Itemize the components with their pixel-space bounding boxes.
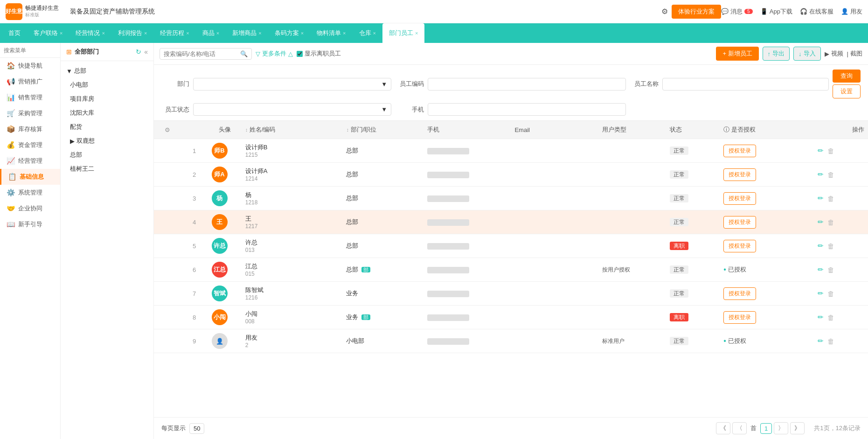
empname-filter-input[interactable]: [662, 78, 829, 91]
auth-login-button[interactable]: 授权登录: [723, 216, 756, 229]
edit-icon[interactable]: ✏: [818, 265, 824, 274]
delete-icon[interactable]: 🗑: [827, 218, 834, 226]
auth-login-button[interactable]: 授权登录: [723, 240, 756, 252]
delete-icon[interactable]: 🗑: [827, 266, 834, 274]
close-icon[interactable]: ×: [186, 30, 189, 36]
auth-login-button[interactable]: 授权登录: [723, 287, 756, 300]
dept-node-delivery[interactable]: 配货: [61, 120, 153, 134]
dept-node-zongbu[interactable]: 总部: [61, 148, 153, 162]
tab-warehouse[interactable]: 仓库×: [353, 23, 382, 43]
auth-login-button[interactable]: 授权登录: [723, 145, 756, 157]
dept-node-shuanglu[interactable]: ▶ 双鹿想: [61, 134, 153, 148]
tab-add-goods[interactable]: 新增商品×: [226, 23, 268, 43]
import-button[interactable]: ↓ 导入: [793, 47, 821, 61]
user-btn[interactable]: 👤 用友: [841, 7, 862, 16]
sidebar-item-inventory[interactable]: 📦 库存核算: [0, 121, 60, 137]
edit-icon[interactable]: ✏: [818, 194, 824, 202]
edit-icon[interactable]: ✏: [818, 218, 824, 226]
first-page-btn[interactable]: 《: [716, 422, 730, 434]
next-page-btn[interactable]: 〉: [774, 422, 788, 434]
delete-icon[interactable]: 🗑: [827, 147, 834, 155]
sidebar-item-system[interactable]: ⚙️ 系统管理: [0, 185, 60, 201]
delete-icon[interactable]: 🗑: [827, 314, 834, 321]
service-btn[interactable]: 🎧 在线客服: [800, 7, 833, 16]
dept-node-planting[interactable]: 植树王二: [61, 162, 153, 176]
delete-icon[interactable]: 🗑: [827, 242, 834, 250]
screenshot-icon: |: [847, 50, 848, 57]
edit-icon[interactable]: ✏: [818, 242, 824, 250]
set-button[interactable]: 设置: [833, 84, 861, 98]
dept-refresh-icon[interactable]: ↻: [136, 48, 141, 56]
close-icon[interactable]: ×: [343, 30, 346, 36]
tab-customer[interactable]: 客户联络×: [27, 23, 69, 43]
sidebar-item-purchase[interactable]: 🛒 采购管理: [0, 105, 60, 121]
app-download-btn[interactable]: 📱 App下载: [760, 7, 792, 16]
add-employee-button[interactable]: + 新增员工: [716, 47, 758, 61]
sidebar-item-finance[interactable]: 💰 资金管理: [0, 137, 60, 153]
more-filter-btn[interactable]: ▽ 更多条件 △: [256, 49, 293, 58]
query-button[interactable]: 查询: [833, 70, 861, 83]
sidebar-item-guide[interactable]: 📖 新手引导: [0, 216, 60, 232]
tab-profit[interactable]: 利润报告×: [111, 23, 153, 43]
status-filter-select[interactable]: ▼: [193, 103, 391, 116]
show-resigned-checkbox[interactable]: [297, 51, 303, 57]
edit-icon[interactable]: ✏: [818, 313, 824, 321]
sidebar-item-collab[interactable]: 🤝 企业协同: [0, 201, 60, 216]
sidebar-item-marketing[interactable]: 📢 营销推广: [0, 74, 60, 90]
close-icon[interactable]: ×: [60, 30, 62, 36]
delete-icon[interactable]: 🗑: [827, 337, 834, 345]
phone-filter-input[interactable]: [428, 103, 626, 116]
tab-barcode[interactable]: 条码方案×: [268, 23, 310, 43]
delete-icon[interactable]: 🗑: [827, 290, 834, 298]
gear-icon[interactable]: ⚙: [661, 7, 668, 16]
sidebar-item-basic[interactable]: 📋 基础信息: [0, 169, 60, 185]
tab-operation[interactable]: 经营情况×: [69, 23, 111, 43]
search-input[interactable]: [164, 50, 238, 57]
tab-home[interactable]: 首页: [2, 23, 27, 43]
tab-goods[interactable]: 商品×: [196, 23, 226, 43]
sidebar-item-business[interactable]: 📈 经营管理: [0, 153, 60, 169]
dept-collapse-icon[interactable]: «: [144, 48, 148, 56]
sidebar-item-quicknav[interactable]: 🏠 快捷导航: [0, 58, 60, 74]
video-btn[interactable]: ▶ 视频: [825, 49, 843, 58]
current-page[interactable]: 1: [760, 423, 772, 434]
tab-bom[interactable]: 物料清单×: [310, 23, 352, 43]
dept-node-shenyang[interactable]: 沈阳大库: [61, 106, 153, 120]
close-icon[interactable]: ×: [415, 30, 418, 36]
auth-login-button[interactable]: 授权登录: [723, 192, 756, 205]
empcode-filter-input[interactable]: [428, 78, 626, 91]
screenshot-btn[interactable]: | 截图: [847, 49, 862, 58]
export-button[interactable]: ↑ 导出: [763, 47, 790, 61]
page-size-select[interactable]: 50: [189, 423, 204, 434]
auth-login-button[interactable]: 授权登录: [723, 311, 756, 324]
edit-icon[interactable]: ✏: [818, 289, 824, 298]
dept-filter-select[interactable]: ▼: [193, 78, 391, 91]
trial-button[interactable]: 体验行业方案: [672, 5, 721, 19]
dept-node-head[interactable]: ▼ 总部: [61, 64, 153, 78]
name-col-header[interactable]: ↕ 姓名/编码: [242, 121, 343, 139]
tab-department[interactable]: 部门员工×: [382, 23, 424, 43]
close-icon[interactable]: ×: [216, 30, 219, 36]
close-icon[interactable]: ×: [373, 30, 376, 36]
sidebar-item-sales[interactable]: 📊 销售管理: [0, 90, 60, 105]
dept-node-xiaodibu[interactable]: 小电部: [61, 78, 153, 92]
sidebar-search-input[interactable]: [4, 47, 61, 54]
settings-col-header[interactable]: ⚙: [154, 121, 181, 139]
close-icon[interactable]: ×: [102, 30, 104, 36]
dept-node-project[interactable]: 项目库房: [61, 92, 153, 106]
prev-page-btn[interactable]: 〈: [732, 422, 747, 434]
edit-icon[interactable]: ✏: [818, 146, 824, 155]
delete-icon[interactable]: 🗑: [827, 195, 834, 202]
delete-icon[interactable]: 🗑: [827, 171, 834, 179]
edit-icon[interactable]: ✏: [818, 337, 824, 345]
message-btn[interactable]: 💬 消息 5: [721, 7, 753, 16]
close-icon[interactable]: ×: [258, 30, 261, 36]
last-page-btn[interactable]: 》: [790, 422, 805, 434]
tab-history[interactable]: 经营历程×: [153, 23, 195, 43]
edit-icon[interactable]: ✏: [818, 170, 824, 179]
close-icon[interactable]: ×: [144, 30, 147, 36]
close-icon[interactable]: ×: [301, 30, 304, 36]
auth-login-button[interactable]: 授权登录: [723, 168, 756, 181]
dept-col-header[interactable]: ↕ 部门/职位: [342, 121, 423, 139]
search-icon: 🔍: [240, 50, 248, 57]
